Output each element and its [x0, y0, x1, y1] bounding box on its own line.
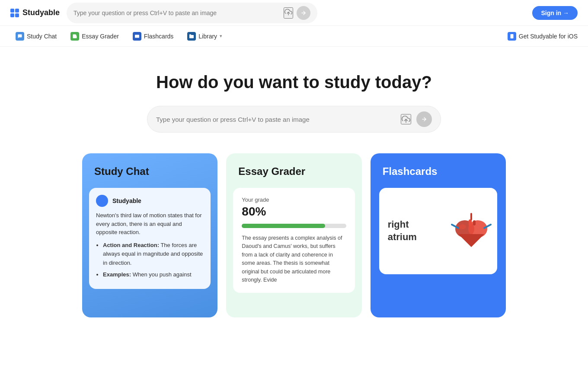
grade-value: 80%	[242, 205, 346, 219]
nav-item-essay-grader[interactable]: Essay Grader	[65, 29, 124, 43]
nav-label-flashcards: Flashcards	[144, 33, 173, 40]
flashcard-inner: rightatrium	[379, 188, 497, 274]
study-chat-card[interactable]: Study Chat Studyable Newton's third law …	[82, 153, 217, 317]
bullet-1-title: Action and Reaction:	[103, 242, 159, 248]
study-bullet-1: Action and Reaction: The forces are alwa…	[103, 241, 204, 268]
study-response-text: Newton's third law of motion states that…	[96, 211, 204, 237]
study-bullets: Action and Reaction: The forces are alwa…	[96, 241, 204, 279]
signin-button[interactable]: Sign in →	[532, 6, 578, 20]
main-content: How do you want to study today? Study Ch…	[0, 47, 588, 335]
header-right: Sign in →	[532, 6, 578, 20]
grade-label: Your grade	[242, 197, 346, 203]
essay-grader-card[interactable]: Essay Grader Your grade 80% The essay pr…	[226, 153, 361, 317]
nav-item-flashcards[interactable]: Flashcards	[128, 29, 179, 43]
brand-name: Studyable	[22, 8, 60, 17]
svg-rect-11	[469, 219, 472, 226]
main-search-input[interactable]	[156, 116, 396, 123]
nav-item-library[interactable]: Library ▾	[182, 29, 227, 43]
essay-grader-card-title: Essay Grader	[226, 153, 361, 184]
study-chat-icon	[16, 32, 24, 41]
header-search-bar	[67, 3, 317, 23]
flashcard-term: rightatrium	[388, 219, 417, 243]
logo[interactable]: Studyable	[10, 8, 60, 17]
nav-ios-link[interactable]: Get Studyable for iOS	[508, 32, 578, 41]
essay-grader-inner: Your grade 80% The essay presents a comp…	[233, 188, 355, 293]
bullet-2-text: When you push against	[133, 271, 192, 278]
nav-item-study-chat[interactable]: Study Chat	[10, 29, 62, 43]
bullet-2-title: Examples:	[103, 271, 131, 278]
logo-icon	[10, 9, 19, 17]
svg-point-10	[459, 224, 466, 229]
ios-icon	[508, 32, 516, 41]
study-bullet-2: Examples: When you push against	[103, 270, 204, 279]
header-search-input[interactable]	[74, 10, 280, 16]
flashcards-card-title: Flashcards	[371, 153, 506, 184]
flashcards-card[interactable]: Flashcards rightatrium	[371, 153, 506, 317]
upload-icon[interactable]	[284, 7, 293, 19]
ios-label: Get Studyable for iOS	[519, 33, 578, 40]
grade-bar-fill	[242, 224, 325, 228]
svg-rect-2	[135, 35, 139, 38]
essay-grader-icon	[70, 32, 79, 41]
flashcards-icon	[133, 32, 141, 41]
grade-bar-background	[242, 224, 346, 228]
library-icon	[187, 32, 196, 41]
nav-label-library: Library	[198, 33, 217, 40]
essay-feedback-text: The essay presents a complex analysis of…	[242, 234, 346, 284]
avatar-name: Studyable	[112, 197, 141, 204]
avatar-dot	[96, 195, 108, 207]
main-upload-icon[interactable]	[401, 114, 411, 124]
nav-label-essay-grader: Essay Grader	[82, 33, 119, 40]
svg-rect-3	[510, 34, 513, 38]
header: Studyable Sign in →	[0, 0, 588, 26]
svg-marker-9	[458, 234, 484, 247]
main-nav: Study Chat Essay Grader Flashcards Libra…	[0, 26, 588, 47]
main-search-bar	[147, 106, 441, 133]
heart-illustration	[450, 212, 489, 251]
hero-title: How do you want to study today?	[10, 73, 578, 92]
main-submit-button[interactable]	[416, 111, 432, 127]
study-avatar-row: Studyable	[96, 195, 204, 207]
chevron-down-icon: ▾	[220, 33, 222, 39]
header-submit-button[interactable]	[297, 6, 310, 20]
nav-label-study-chat: Study Chat	[27, 33, 57, 40]
feature-cards: Study Chat Studyable Newton's third law …	[82, 153, 506, 317]
study-chat-inner: Studyable Newton's third law of motion s…	[89, 188, 211, 289]
svg-rect-12	[473, 220, 476, 225]
study-chat-card-title: Study Chat	[82, 153, 217, 184]
